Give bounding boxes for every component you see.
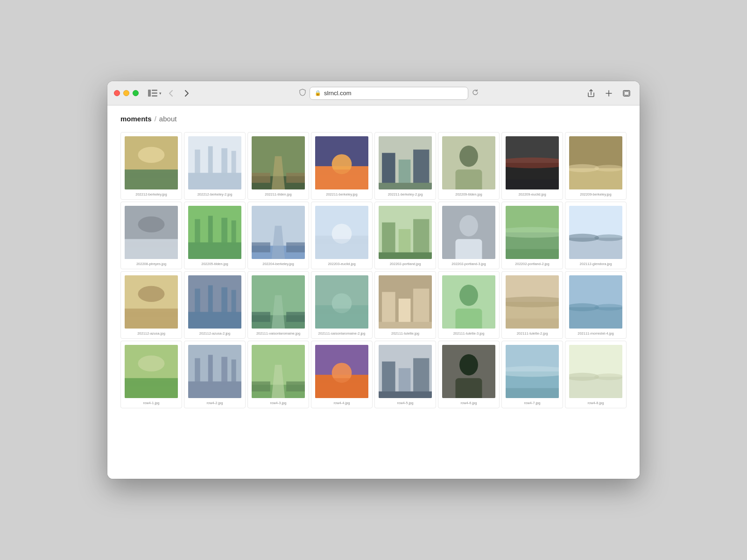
- photo-thumbnail: [506, 136, 559, 189]
- photo-card[interactable]: 202202-portland-3.jpg: [438, 202, 500, 269]
- photo-filename: 202202-portland.jpg: [379, 262, 432, 266]
- photo-filename: row4-5.jpg: [379, 401, 432, 405]
- photo-card[interactable]: 202111-vaisonlaromaine.jpg: [247, 271, 309, 339]
- svg-rect-120: [232, 359, 236, 385]
- photo-card[interactable]: row4-1.jpg: [120, 341, 182, 408]
- url-text: slrncl.com: [324, 90, 352, 97]
- photo-card[interactable]: 202202-portland.jpg: [374, 202, 436, 269]
- photo-thumbnail: [125, 345, 178, 398]
- photo-thumbnail: [442, 136, 495, 189]
- svg-point-78: [138, 286, 165, 302]
- svg-rect-12: [195, 150, 200, 176]
- svg-rect-24: [315, 169, 368, 175]
- svg-rect-14: [221, 148, 227, 176]
- page-content: moments / about 202212-berkeley.jpg: [107, 105, 640, 479]
- photo-card[interactable]: row4-4.jpg: [311, 341, 373, 408]
- svg-rect-67: [456, 239, 482, 259]
- photo-card[interactable]: 202111-saisonlaromaine-2.jpg: [311, 271, 373, 339]
- photo-card[interactable]: row4-7.jpg: [501, 341, 563, 408]
- minimize-button[interactable]: [123, 90, 129, 96]
- svg-rect-118: [208, 355, 213, 385]
- photo-card[interactable]: 202202-portland-2.jpg: [501, 202, 563, 269]
- svg-rect-141: [506, 388, 559, 398]
- svg-rect-82: [195, 289, 200, 315]
- svg-point-8: [138, 147, 165, 163]
- svg-rect-2: [152, 92, 157, 94]
- new-tab-button[interactable]: [602, 87, 615, 100]
- photo-card[interactable]: row4-3.jpg: [247, 341, 309, 408]
- svg-rect-9: [125, 173, 178, 178]
- close-button[interactable]: [114, 90, 120, 96]
- photo-card[interactable]: 202211-berkeley.jpg: [311, 132, 373, 200]
- photo-card[interactable]: row4-5.jpg: [374, 341, 436, 408]
- photo-thumbnail: [125, 136, 178, 189]
- photo-filename: 202112-glendora.jpg: [569, 262, 622, 266]
- photo-card[interactable]: 202111-tulette-2.jpg: [501, 271, 563, 339]
- photo-card[interactable]: 202205-tilden.jpg: [184, 202, 246, 269]
- photo-card[interactable]: 202208-ptreyes.jpg: [120, 202, 182, 269]
- photo-card[interactable]: 202111-tulette.jpg: [374, 271, 436, 339]
- share-button[interactable]: [585, 87, 598, 100]
- photo-thumbnail: [125, 275, 178, 329]
- svg-rect-71: [506, 249, 559, 259]
- photo-thumbnail: [188, 206, 241, 259]
- address-bar[interactable]: 🔒 slrncl.com: [310, 87, 468, 100]
- photo-grid: 202212-berkeley.jpg 202212-berkeley-2.jp…: [120, 132, 627, 408]
- breadcrumb-home[interactable]: moments: [120, 115, 152, 123]
- photo-card[interactable]: 202203-euclid.jpg: [311, 202, 373, 269]
- svg-rect-5: [624, 91, 629, 95]
- svg-point-113: [138, 356, 165, 371]
- photo-filename: row4-8.jpg: [569, 401, 622, 405]
- photo-card[interactable]: 202112-glendora.jpg: [565, 202, 627, 269]
- photo-card[interactable]: 202211-berkeley-2.jpg: [374, 132, 436, 200]
- svg-rect-102: [456, 308, 482, 329]
- shield-icon: [299, 89, 306, 98]
- photo-thumbnail: [379, 275, 432, 329]
- photo-thumbnail: [569, 345, 622, 398]
- photo-card[interactable]: 202209-euclid.jpg: [501, 132, 563, 200]
- sidebar-toggle[interactable]: ▾: [148, 90, 162, 97]
- svg-rect-106: [506, 319, 559, 329]
- photo-card[interactable]: 202209-tilden.jpg: [438, 132, 500, 200]
- photo-filename: row4-4.jpg: [315, 401, 368, 405]
- chevron-down-icon: ▾: [159, 91, 162, 96]
- traffic-lights: [114, 90, 139, 96]
- forward-button[interactable]: [180, 87, 193, 100]
- svg-rect-54: [252, 242, 270, 252]
- photo-filename: 202111-vaisonlaromaine.jpg: [252, 331, 305, 336]
- photo-card[interactable]: row4-2.jpg: [184, 341, 246, 408]
- reload-button[interactable]: [472, 89, 479, 97]
- back-button[interactable]: [164, 87, 177, 100]
- svg-point-70: [506, 227, 559, 238]
- photo-thumbnail: [506, 345, 559, 398]
- photo-thumbnail: [125, 206, 178, 259]
- photo-card[interactable]: 202211-tilden.jpg: [247, 132, 309, 200]
- tab-overview-button[interactable]: [620, 87, 633, 100]
- svg-point-140: [506, 366, 559, 377]
- photo-card[interactable]: 202212-berkeley.jpg: [120, 132, 182, 200]
- svg-rect-89: [252, 312, 270, 322]
- photo-card[interactable]: 202212-berkeley-2.jpg: [184, 132, 246, 200]
- photo-card[interactable]: row4-8.jpg: [565, 341, 627, 408]
- photo-filename: 202212-berkeley.jpg: [125, 192, 178, 196]
- photo-thumbnail: [569, 136, 622, 189]
- photo-card[interactable]: 202204-berkeley.jpg: [247, 202, 309, 269]
- svg-rect-77: [125, 308, 178, 329]
- photo-filename: 202205-tilden.jpg: [188, 262, 241, 266]
- photo-filename: 202111-tulette-2.jpg: [506, 331, 559, 336]
- photo-card[interactable]: 202111-tulette-3.jpg: [438, 271, 500, 339]
- svg-rect-114: [125, 381, 178, 386]
- photo-card[interactable]: row4-6.jpg: [438, 341, 500, 408]
- photo-card[interactable]: 202209-berkeley.jpg: [565, 132, 627, 200]
- photo-card[interactable]: 202112-azusa.jpg: [120, 271, 182, 339]
- photo-thumbnail: [315, 275, 368, 329]
- svg-rect-129: [315, 378, 368, 383]
- photo-thumbnail: [315, 206, 368, 259]
- photo-card[interactable]: 202112-azusa-2.jpg: [184, 271, 246, 339]
- svg-rect-55: [286, 242, 305, 252]
- maximize-button[interactable]: [133, 90, 139, 96]
- svg-point-110: [594, 304, 622, 310]
- photo-filename: row4-2.jpg: [188, 401, 241, 405]
- photo-card[interactable]: 202111-morrestel-4.jpg: [565, 271, 627, 339]
- photo-filename: 202204-berkeley.jpg: [252, 262, 305, 266]
